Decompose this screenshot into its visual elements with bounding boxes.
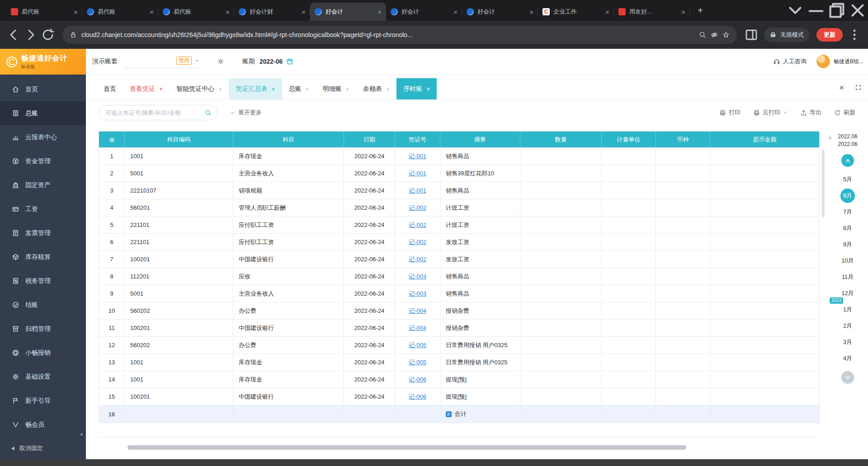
browser-tab-haokuaiji-cai[interactable]: 好会计财× [234,3,310,21]
tab-close-icon[interactable]: × [271,86,275,92]
workspace-tab-general-ledger[interactable]: 总账× [282,78,316,99]
tab-close-icon[interactable]: × [150,9,154,15]
reload-icon[interactable] [41,28,55,42]
forward-icon[interactable] [24,28,38,42]
update-button[interactable]: 更新 [816,28,843,42]
workspace-tab-home[interactable]: 首页 [97,78,123,99]
sidebar-item-archive[interactable]: 归档管理 [0,317,86,341]
voucher-link[interactable]: 记-005 [409,359,426,366]
sidebar-item-home[interactable]: 首页 [0,77,86,101]
close-all-tabs-icon[interactable]: × [839,83,844,92]
sidebar-item-tax[interactable]: 税务管理 [0,269,86,293]
menu-dots-icon[interactable] [847,28,862,42]
new-tab-icon[interactable]: + [693,4,707,17]
star-icon[interactable] [722,31,730,38]
voucher-link[interactable]: 记-001 [409,153,426,160]
sidebar-item-fixed-assets[interactable]: 固定资产 [0,173,86,197]
voucher-link[interactable]: 记-001 [409,187,426,194]
month-item-5[interactable]: 9月 [833,236,862,253]
browser-tab-haokuaiji-active[interactable]: 好会计× [310,3,386,21]
tab-close-icon[interactable]: × [302,9,306,15]
month-item-7[interactable]: 11月 [833,269,862,285]
side-panel-icon[interactable] [744,28,759,42]
month-item-12[interactable]: 4月 [833,350,862,367]
tab-close-icon[interactable]: × [74,9,78,15]
tab-close-icon[interactable]: × [218,86,222,92]
refresh-button[interactable]: 刷新 [834,108,855,117]
tab-close-icon[interactable]: × [346,86,349,92]
search-box[interactable] [99,105,217,120]
workspace-tab-voucher-summary[interactable]: 凭证汇总表× [229,78,282,99]
sidebar-item-salary[interactable]: 工资 [0,197,86,221]
browser-tab-yidaizhang-1[interactable]: 易代账× [6,3,82,21]
voucher-link[interactable]: 记-006 [409,376,426,383]
voucher-link[interactable]: 记-005 [409,342,426,348]
sidebar-item-guide[interactable]: 新手引导 [0,389,86,413]
month-item-1[interactable]: 5月 [833,171,862,188]
close-window-icon[interactable] [847,0,868,21]
voucher-link[interactable]: 记-002 [409,239,426,245]
address-bar[interactable]: cloud2.chanjet.com/accounting/uh26t264j5… [62,26,737,44]
calendar-icon[interactable] [286,58,293,65]
browser-tab-yidaizhang-2[interactable]: 易代账× [82,3,158,21]
voucher-link[interactable]: 记-001 [409,170,426,177]
search-icon[interactable] [205,109,212,116]
tab-close-icon[interactable]: × [529,9,533,15]
expand-more-button[interactable]: 展开更多 [230,108,262,117]
export-button[interactable]: 导出 [800,108,821,117]
sidebar-item-invoice[interactable]: 发票管理 [0,221,86,245]
sidebar-scroll-up-icon[interactable]: ▲ [80,432,84,436]
sidebar-item-cloud-reports[interactable]: 云报表中心 [0,125,86,149]
horizontal-scrollbar[interactable] [127,445,686,450]
print-button[interactable]: 打印 [719,108,741,117]
tab-close-icon[interactable]: × [159,86,163,92]
tab-search-chevron-icon[interactable] [785,0,806,21]
search-icon[interactable] [699,31,706,38]
workspace-tab-detail-ledger[interactable]: 明细账× [316,78,356,99]
voucher-link[interactable]: 记-004 [409,307,426,314]
account-set-select[interactable]: 禁用 [124,55,200,68]
back-icon[interactable] [6,28,21,42]
tab-close-icon[interactable]: × [681,9,685,15]
cloud-print-button[interactable]: 云打印 [753,108,788,117]
voucher-link[interactable]: 记-002 [409,204,426,211]
browser-tab-yidaizhang-3[interactable]: 易代账× [158,3,234,21]
period-value[interactable]: 2022-06 [259,58,283,65]
table-vertical-scrollbar[interactable] [822,150,825,217]
browser-tab-yongyouhao[interactable]: 用友好...× [614,3,690,21]
tab-close-icon[interactable]: × [377,9,382,15]
sidebar-item-reimburse[interactable]: 小畅报销 [0,341,86,365]
column-settings-header[interactable] [99,132,125,148]
browser-tab-haokuaiji-2[interactable]: 好会计× [386,3,462,21]
maximize-icon[interactable] [826,0,847,21]
tab-close-icon[interactable]: × [453,9,458,15]
eye-slash-icon[interactable] [711,31,718,38]
workspace-tab-chronological-ledger[interactable]: 序时账× [396,78,437,99]
sidebar-item-closing[interactable]: 结账 [0,293,86,317]
user-avatar[interactable] [816,55,830,68]
voucher-link[interactable]: 记-002 [409,256,426,263]
tab-close-icon[interactable]: × [386,86,390,92]
sidebar-item-settings[interactable]: 基础设置 [0,365,86,389]
chevron-down-icon[interactable] [194,58,200,63]
month-item-11[interactable]: 3月 [833,334,862,350]
unpin-sidebar-button[interactable]: 取消固定 [0,439,86,458]
voucher-link[interactable]: 记-006 [409,393,426,400]
browser-tab-haokuaiji-3[interactable]: 好会计× [462,3,538,21]
voucher-link[interactable]: 记-003 [409,273,426,280]
sidebar-item-funds[interactable]: 资金管理 [0,149,86,173]
workspace-tab-balance-table[interactable]: 余额表× [356,78,396,99]
browser-tab-qiye-gongzuo[interactable]: C企业工作× [538,3,614,21]
minimize-icon[interactable] [806,0,826,21]
gear-icon[interactable] [217,58,224,65]
voucher-link[interactable]: 记-004 [409,325,426,331]
voucher-link[interactable]: 记-002 [409,221,426,228]
workspace-tab-smart-voucher-center[interactable]: 智能凭证中心× [170,78,229,99]
sidebar-item-general-ledger[interactable]: 总账 [0,101,86,125]
scroll-months-down-button[interactable] [841,371,854,384]
search-input[interactable] [105,109,201,116]
month-item-10[interactable]: 2月 [833,318,862,334]
sidebar-item-inventory[interactable]: 库存核算 [0,245,86,269]
tab-close-icon[interactable]: × [226,9,230,15]
month-item-6[interactable]: 10月 [833,253,862,269]
